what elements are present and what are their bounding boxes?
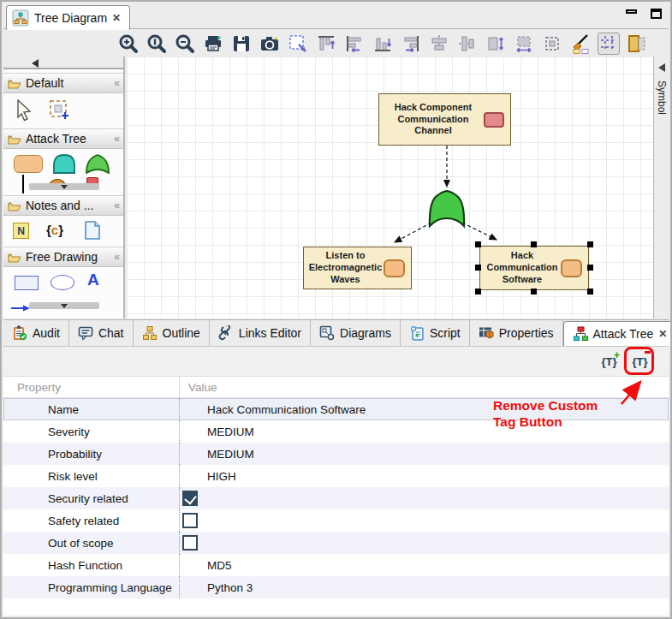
palette: Default « Attack Tree « Notes and ... « [3, 57, 125, 318]
marquee-select-tool[interactable] [48, 98, 72, 126]
security-related-checkbox[interactable] [182, 491, 198, 506]
remove-custom-tag-button[interactable]: {T} [628, 350, 651, 372]
resize-to-content-icon[interactable] [541, 33, 563, 55]
center-horizontal-axis-icon[interactable] [456, 33, 479, 55]
select-tool[interactable] [15, 99, 34, 125]
tab-audit[interactable]: Audit [3, 320, 69, 346]
node-hack-communication-software[interactable]: Hack Communication Software [479, 246, 589, 290]
column-header-property: Property [3, 381, 179, 394]
tree-diagram-icon [12, 9, 29, 27]
tab-label: Tree Diagram [34, 11, 107, 25]
selection-handle[interactable] [475, 265, 481, 271]
table-row[interactable]: Safety related [3, 509, 669, 532]
palette-section-label: Attack Tree [26, 132, 110, 146]
selection-handle[interactable] [587, 265, 593, 271]
folder-icon [8, 200, 21, 211]
close-icon[interactable]: ✕ [112, 12, 121, 24]
event-node-tool[interactable] [14, 155, 43, 173]
maximize-icon[interactable] [651, 9, 662, 19]
note-tool[interactable]: N [13, 223, 29, 239]
node-badge-icon[interactable] [484, 112, 504, 128]
selection-handle[interactable] [475, 241, 481, 247]
ellipse-tool[interactable] [51, 275, 74, 290]
zoom-out-icon[interactable] [174, 33, 196, 55]
node-badge-icon[interactable] [384, 259, 405, 277]
document-tool[interactable] [84, 220, 101, 244]
node-hack-component-communication-channel[interactable]: Hack Component Communication Channel [378, 93, 511, 146]
close-icon[interactable]: ✕ [658, 328, 667, 340]
save-icon[interactable] [230, 33, 253, 55]
expand-symbol-panel-icon[interactable] [658, 63, 665, 72]
text-tool[interactable]: A [87, 271, 99, 289]
tab-links-editor[interactable]: Links Editor [210, 320, 311, 346]
center-vertical-axis-icon[interactable] [428, 33, 450, 55]
add-custom-tag-button[interactable]: {T} + [598, 350, 621, 372]
arrow-line-tool[interactable] [10, 301, 31, 316]
node-label: Listen to Electromagnetic Waves [304, 250, 384, 285]
palette-collapse-bar[interactable] [3, 57, 123, 69]
table-row[interactable]: Hash Function MD5 [3, 554, 669, 576]
selection-handle[interactable] [587, 289, 593, 295]
collapse-palette-icon[interactable] [32, 59, 39, 68]
align-left-icon[interactable] [343, 33, 366, 55]
table-row[interactable]: Programming Language Python 3 [3, 576, 669, 598]
out-of-scope-checkbox[interactable] [182, 535, 198, 551]
match-size-icon[interactable] [485, 33, 507, 55]
safety-related-checkbox[interactable] [182, 513, 198, 528]
node-listen-to-electromagnetic-waves[interactable]: Listen to Electromagnetic Waves [303, 247, 412, 289]
rectangle-tool[interactable] [15, 276, 39, 290]
tab-tree-diagram[interactable]: Tree Diagram ✕ [6, 5, 130, 30]
tab-script[interactable]: Script [401, 320, 470, 346]
selection-handle[interactable] [587, 241, 593, 247]
symbol-sidebar[interactable]: Symbol [653, 57, 669, 318]
palette-section-notes[interactable]: Notes and ... « [3, 195, 123, 216]
align-bottom-icon[interactable] [372, 33, 394, 55]
table-row[interactable]: Security related [3, 487, 669, 509]
selection-handle[interactable] [531, 241, 537, 247]
or-gate-tool[interactable] [84, 153, 111, 178]
marquee-zoom-icon[interactable] [287, 33, 309, 55]
toggle-grid-icon[interactable] [598, 33, 620, 55]
table-row[interactable]: Risk level HIGH [3, 465, 669, 487]
script-icon [409, 325, 425, 341]
selection-handle[interactable] [531, 289, 537, 295]
bottom-panel: Audit Chat Outline Links Editor Diagrams… [3, 319, 669, 616]
node-badge-icon[interactable] [561, 259, 582, 277]
palette-scroll-down[interactable] [29, 302, 99, 309]
table-row[interactable]: Out of scope [3, 532, 669, 554]
properties-icon [479, 325, 494, 341]
annotation-label: Remove Custom Tag Button [493, 397, 656, 431]
pin-icon[interactable]: « [114, 199, 118, 211]
connector-line-tool[interactable] [22, 175, 24, 193]
distribute-icon[interactable] [513, 33, 535, 55]
palette-section-free-drawing[interactable]: Free Drawing « [3, 247, 123, 267]
zoom-original-icon[interactable] [146, 33, 168, 55]
selection-handle[interactable] [475, 289, 481, 295]
constraint-tool[interactable]: {c} [46, 223, 63, 237]
editor-window-buttons [626, 9, 662, 19]
tab-outline[interactable]: Outline [134, 320, 210, 346]
and-gate-tool[interactable] [51, 153, 77, 178]
format-painter-icon[interactable] [569, 33, 592, 55]
pin-icon[interactable]: « [114, 251, 118, 263]
zoom-in-icon[interactable] [117, 33, 140, 55]
diagram-frame-icon[interactable] [626, 33, 648, 55]
align-right-icon[interactable] [400, 33, 422, 55]
table-row[interactable]: Probability MEDIUM [3, 443, 669, 465]
node-label: Hack Component Communication Channel [379, 102, 484, 137]
pin-icon[interactable]: « [114, 77, 118, 89]
palette-section-default[interactable]: Default « [3, 73, 123, 93]
minimize-icon[interactable] [626, 9, 637, 14]
screenshot-icon[interactable] [259, 33, 281, 55]
palette-section-attack-tree[interactable]: Attack Tree « [3, 128, 123, 149]
tab-chat[interactable]: Chat [69, 320, 134, 346]
tab-diagrams[interactable]: Diagrams [311, 320, 401, 346]
diagram-canvas[interactable]: Hack Component Communication Channel Lis… [127, 57, 657, 318]
or-gate [430, 191, 464, 226]
align-top-icon[interactable] [315, 33, 337, 55]
tab-properties[interactable]: Properties [470, 320, 563, 346]
tab-attack-tree[interactable]: Attack Tree ✕ [563, 321, 672, 346]
palette-scroll-down[interactable] [29, 183, 99, 190]
pin-icon[interactable]: « [114, 133, 118, 145]
print-icon[interactable] [202, 33, 224, 55]
